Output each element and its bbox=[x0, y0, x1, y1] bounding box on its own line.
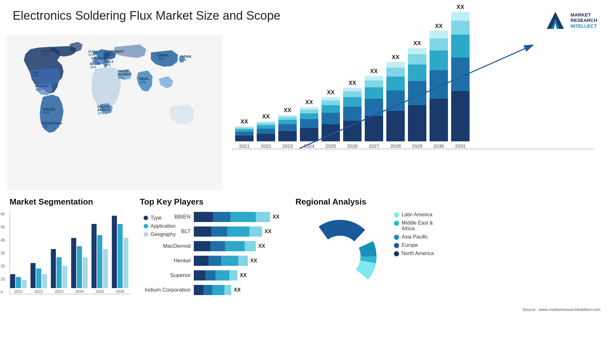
bar-seg3-2024 bbox=[300, 113, 318, 119]
spain-val: xx% bbox=[90, 65, 96, 69]
bar-seg4-2025 bbox=[322, 100, 340, 105]
bar-seg2-2027 bbox=[365, 99, 383, 116]
label-asia-pacific: Asia Pacific bbox=[402, 234, 428, 240]
seg-b3-2021 bbox=[22, 280, 27, 288]
bar-seg3-2028 bbox=[386, 77, 405, 91]
label-europe: Europe bbox=[402, 242, 418, 248]
seg-bars-2022 bbox=[30, 263, 47, 288]
bar-seg2-2022 bbox=[257, 129, 275, 134]
bar-2023: XX 2023 bbox=[278, 107, 297, 149]
player-bar-henkel bbox=[194, 256, 248, 266]
player-name-henkel: Henkel bbox=[140, 258, 191, 264]
mexico-val: xx% bbox=[36, 88, 42, 91]
dot-latin-america bbox=[394, 212, 399, 218]
main-content: CANADA xx% U.S. xx% MEXICO xx% BRAZIL xx… bbox=[0, 35, 610, 191]
dot-europe bbox=[394, 243, 399, 248]
logo-text: MARKET RESEARCH INTELLECT bbox=[571, 12, 597, 29]
seg-bars: 2021 2022 bbox=[10, 212, 131, 294]
player-val-bbien: XX bbox=[273, 214, 279, 220]
year-2030: 2030 bbox=[433, 143, 444, 149]
germany-val: xx% bbox=[107, 53, 113, 57]
player-bar-blt bbox=[194, 226, 262, 237]
player-val-indium: XX bbox=[234, 287, 241, 293]
bar-seg5-2025 bbox=[322, 97, 340, 100]
regional-section: Regional Analysis bbox=[295, 197, 600, 340]
japan-val: xx% bbox=[180, 58, 186, 62]
y-50: 50 bbox=[1, 225, 5, 229]
legend-north-america: North America bbox=[394, 251, 434, 256]
seg-b1-2023 bbox=[51, 249, 56, 288]
dot-asia-pacific bbox=[394, 235, 399, 240]
saudi-val: xx% bbox=[118, 76, 124, 79]
donut-chart bbox=[295, 212, 384, 301]
y-0: 0 bbox=[1, 290, 5, 294]
seg-b2-2026 bbox=[118, 224, 123, 288]
player-bar-seg4-superior bbox=[229, 270, 237, 280]
y-30: 30 bbox=[1, 251, 5, 255]
bar-label-2031: XX bbox=[457, 4, 464, 10]
bar-seg1-2023 bbox=[278, 131, 297, 141]
bar-seg1-2026 bbox=[343, 121, 362, 141]
label-latin-america: Latin America bbox=[402, 212, 432, 218]
seg-year-2025: 2025 bbox=[96, 289, 104, 294]
bar-seg1-2022 bbox=[257, 134, 275, 141]
uk-val: xx% bbox=[88, 53, 94, 57]
player-name-bbien: BBIEN bbox=[140, 214, 191, 220]
bar-seg4-2027 bbox=[365, 80, 383, 87]
china-val: xx% bbox=[158, 57, 164, 60]
bar-2021: XX 2021 bbox=[235, 118, 254, 149]
dot-mea bbox=[394, 221, 399, 226]
seg-year-2024: 2024 bbox=[75, 289, 84, 294]
bar-2027: XX 2027 bbox=[365, 68, 383, 149]
bar-2024: XX 2024 bbox=[300, 99, 318, 149]
page-title: Electronics Soldering Flux Market Size a… bbox=[13, 9, 281, 23]
player-val-superior: XX bbox=[240, 273, 247, 278]
players-title: Top Key Players bbox=[140, 197, 286, 207]
seg-group-2026: 2026 bbox=[112, 216, 128, 294]
bar-2031: XX 2031 bbox=[451, 4, 470, 149]
bar-seg3-2029 bbox=[408, 64, 426, 81]
label-mea: Middle East &Africa bbox=[402, 220, 433, 232]
player-bar-seg4-blt bbox=[249, 226, 262, 237]
bar-seg1-2029 bbox=[408, 105, 426, 141]
player-bar-seg3-superior bbox=[215, 270, 229, 280]
seg-b3-2026 bbox=[123, 238, 128, 288]
player-bar-indium bbox=[194, 285, 231, 295]
bar-label-2024: XX bbox=[305, 99, 313, 106]
logo-line3: INTELLECT bbox=[571, 23, 597, 29]
us-val: xx% bbox=[32, 74, 38, 78]
seg-b2-2025 bbox=[97, 235, 102, 288]
year-2026: 2026 bbox=[347, 143, 357, 149]
seg-chart-container: 60 50 40 30 20 10 0 bbox=[10, 212, 130, 294]
bar-label-2028: XX bbox=[392, 54, 399, 61]
year-2027: 2027 bbox=[369, 143, 379, 149]
seg-b3-2025 bbox=[103, 249, 108, 288]
bar-label-2026: XX bbox=[349, 80, 356, 86]
bar-label-2027: XX bbox=[370, 68, 378, 75]
page-header: Electronics Soldering Flux Market Size a… bbox=[0, 0, 610, 35]
player-row-macdermid: MacDermid XX bbox=[140, 241, 286, 251]
bar-seg1-2031 bbox=[451, 91, 470, 141]
growth-bars-container: XX 2021 XX bbox=[232, 41, 594, 149]
year-2025: 2025 bbox=[325, 143, 336, 149]
logo-line1: MARKET bbox=[571, 12, 597, 17]
player-bar-seg2-macdermid bbox=[210, 241, 225, 251]
canada-label: CANADA bbox=[41, 49, 56, 53]
bar-seg2-2024 bbox=[300, 119, 318, 128]
world-map: CANADA xx% U.S. xx% MEXICO xx% BRAZIL xx… bbox=[6, 35, 222, 191]
regional-legend: Latin America Middle East &Africa Asia P… bbox=[394, 212, 434, 256]
safrica-val: xx% bbox=[98, 111, 104, 115]
bar-seg4-2026 bbox=[343, 91, 362, 97]
seg-b2-2023 bbox=[57, 257, 62, 288]
player-val-henkel: XX bbox=[250, 258, 257, 264]
regional-title: Regional Analysis bbox=[295, 197, 600, 207]
seg-year-2022: 2022 bbox=[35, 289, 43, 294]
seg-group-2023: 2023 bbox=[51, 249, 67, 294]
bar-label-2022: XX bbox=[262, 113, 270, 120]
player-val-macdermid: XX bbox=[258, 243, 265, 249]
seg-bars-2024 bbox=[71, 238, 88, 288]
player-bar-seg3-indium bbox=[212, 285, 224, 295]
bar-seg3-2031 bbox=[451, 35, 470, 57]
bar-seg5-2024 bbox=[300, 107, 318, 110]
bar-seg2-2031 bbox=[451, 57, 470, 91]
